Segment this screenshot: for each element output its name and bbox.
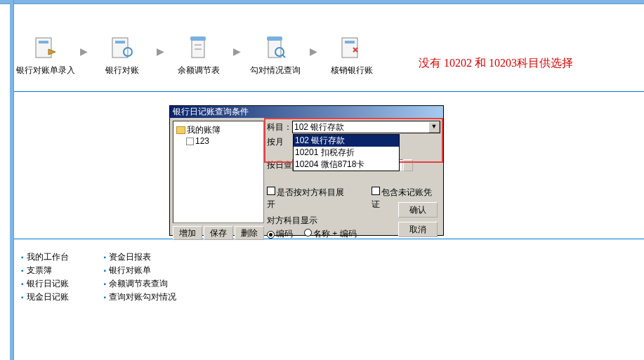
ok-button[interactable]: 确认 xyxy=(398,202,438,218)
link-checkbook[interactable]: ▪支票簿 xyxy=(21,265,69,276)
subject-dropdown: 102 银行存款 10201 扣税存折 10204 微信8718卡 xyxy=(293,134,400,171)
dropdown-item[interactable]: 102 银行存款 xyxy=(294,135,399,147)
svg-rect-6 xyxy=(190,36,206,41)
query-dialog: 银行日记账查询条件 我的账簿 123 增加 保存 删除 xyxy=(169,105,444,236)
balance-icon xyxy=(185,35,213,60)
bullet-icon: ▪ xyxy=(104,253,107,261)
combo-dropdown-button[interactable]: ▼ xyxy=(428,121,440,133)
svg-rect-10 xyxy=(267,36,282,41)
add-button[interactable]: 增加 xyxy=(173,226,202,240)
arrow-icon: ▶ xyxy=(307,46,320,57)
tool-label: 勾对情况查询 xyxy=(250,65,301,76)
cancel-button[interactable]: 取消 xyxy=(398,222,438,237)
tool-label: 余额调节表 xyxy=(178,65,220,76)
divider-top xyxy=(14,91,644,92)
radio-icon xyxy=(267,231,275,239)
footer-col-1: ▪我的工作台 ▪支票簿 ▪银行日记账 ▪现金日记账 xyxy=(21,251,69,303)
link-daily-report[interactable]: ▪资金日报表 xyxy=(104,251,177,263)
subject-value: 102 银行存款 xyxy=(294,121,428,133)
bullet-icon: ▪ xyxy=(21,267,24,274)
dialog-titlebar[interactable]: 银行日记账查询条件 xyxy=(170,106,443,118)
tool-match-query[interactable]: 勾对情况查询 xyxy=(244,35,307,76)
writeoff-icon xyxy=(338,35,366,60)
radio-code[interactable]: 编码 xyxy=(267,228,293,240)
dropdown-item[interactable]: 10204 微信8718卡 xyxy=(294,159,399,171)
svg-rect-5 xyxy=(192,38,204,58)
tool-label: 银行对账单录入 xyxy=(16,65,75,76)
link-workbench[interactable]: ▪我的工作台 xyxy=(21,251,69,263)
tool-balance-sheet[interactable]: 余额调节表 xyxy=(167,35,230,76)
bullet-icon: ▪ xyxy=(21,280,24,288)
link-match-query[interactable]: ▪查询对账勾对情况 xyxy=(104,291,177,303)
arrow-icon: ▶ xyxy=(230,46,244,57)
svg-rect-14 xyxy=(345,41,355,44)
tree-root-label: 我的账簿 xyxy=(187,124,221,136)
account-tree[interactable]: 我的账簿 123 xyxy=(173,121,264,223)
arrow-icon: ▶ xyxy=(154,46,167,57)
svg-rect-3 xyxy=(115,41,125,44)
dialog-body: 我的账簿 123 增加 保存 删除 科目： 102 银行存款 ▼ xyxy=(170,118,443,243)
link-bank-statement[interactable]: ▪银行对账单 xyxy=(104,265,177,276)
main-toolbar: 银行对账单录入 ▶ 银行对账 ▶ 余额调节表 ▶ 勾对情况查询 ▶ 核销银行账 xyxy=(14,35,383,76)
bullet-icon: ▪ xyxy=(104,280,107,288)
left-pane: 我的账簿 123 增加 保存 删除 xyxy=(173,121,264,240)
bank-recon-icon xyxy=(108,35,136,60)
bydate-label: 按日查 xyxy=(267,159,292,171)
bullet-icon: ▪ xyxy=(104,267,107,274)
tool-label: 核销银行账 xyxy=(331,65,373,76)
subject-combo[interactable]: 102 银行存款 ▼ 102 银行存款 10201 扣税存折 10204 微信8… xyxy=(292,121,440,133)
right-pane: 科目： 102 银行存款 ▼ 102 银行存款 10201 扣税存折 10204… xyxy=(267,121,440,240)
radio-name-code[interactable]: 名称 + 编码 xyxy=(304,228,357,240)
delete-button[interactable]: 删除 xyxy=(235,226,264,240)
svg-line-12 xyxy=(282,55,285,58)
bullet-icon: ▪ xyxy=(21,253,24,261)
annotation-text: 没有 10202 和 10203科目供选择 xyxy=(419,56,573,71)
tree-child-label: 123 xyxy=(195,136,209,146)
bullet-icon: ▪ xyxy=(21,293,24,301)
tool-label: 银行对账 xyxy=(105,65,139,76)
link-cash-journal[interactable]: ▪现金日记账 xyxy=(21,291,69,303)
dropdown-item[interactable]: 10201 扣税存折 xyxy=(294,147,399,159)
left-buttons: 增加 保存 删除 xyxy=(173,226,264,240)
bullet-icon: ▪ xyxy=(104,293,107,301)
check-expand[interactable]: 是否按对方科目展开 xyxy=(267,187,352,211)
tool-bank-import[interactable]: 银行对账单录入 xyxy=(14,35,77,76)
checkbox-icon xyxy=(267,187,275,195)
date-picker-icon[interactable] xyxy=(403,159,413,171)
footer-col-2: ▪资金日报表 ▪银行对账单 ▪余额调节表查询 ▪查询对账勾对情况 xyxy=(104,251,177,303)
footer-links: ▪我的工作台 ▪支票簿 ▪银行日记账 ▪现金日记账 ▪资金日报表 ▪银行对账单 … xyxy=(21,251,176,303)
action-buttons: 确认 取消 xyxy=(398,202,438,237)
bymonth-label: 按月 xyxy=(267,136,284,148)
query-icon xyxy=(261,35,289,60)
doc-icon xyxy=(186,138,194,145)
dialog-title: 银行日记账查询条件 xyxy=(173,106,249,118)
link-balance-query[interactable]: ▪余额调节表查询 xyxy=(104,278,177,290)
tree-root[interactable]: 我的账簿 xyxy=(176,124,261,136)
link-bank-journal[interactable]: ▪银行日记账 xyxy=(21,278,69,290)
checkbox-icon xyxy=(372,187,380,195)
subject-label: 科目： xyxy=(267,121,292,133)
arrow-icon: ▶ xyxy=(77,46,91,57)
subject-row: 科目： 102 银行存款 ▼ 102 银行存款 10201 扣税存折 10204… xyxy=(267,121,440,133)
app-top-border xyxy=(0,0,644,4)
save-button[interactable]: 保存 xyxy=(204,226,233,240)
svg-rect-1 xyxy=(39,41,48,44)
tool-writeoff[interactable]: 核销银行账 xyxy=(320,35,383,76)
tool-bank-recon[interactable]: 银行对账 xyxy=(91,35,154,76)
folder-icon xyxy=(176,126,185,134)
bank-doc-icon xyxy=(32,35,60,60)
tree-child[interactable]: 123 xyxy=(176,136,261,146)
radio-icon xyxy=(304,229,312,236)
